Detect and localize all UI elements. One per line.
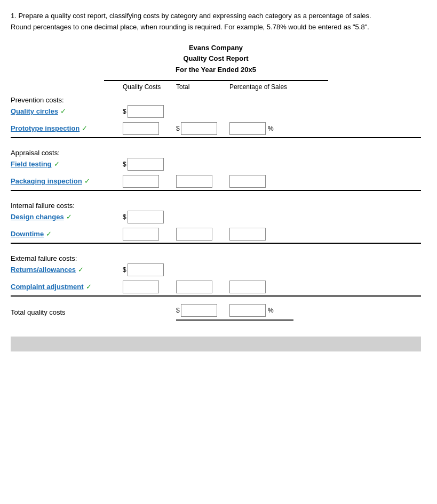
field-testing-label: Field testing ✓ xyxy=(11,160,123,168)
row-returns-allowances: Returns/allowances ✓ $ xyxy=(11,263,421,276)
complaint-adjustment-check: ✓ xyxy=(86,283,92,291)
bottom-bar xyxy=(11,337,421,351)
design-changes-input-cell: $ xyxy=(123,211,176,223)
instruction-line1: 1. Prepare a quality cost report, classi… xyxy=(11,11,421,22)
field-testing-input-cell: $ xyxy=(123,158,176,171)
instructions: 1. Prepare a quality cost report, classi… xyxy=(11,11,421,33)
design-changes-check: ✓ xyxy=(66,213,72,221)
prototype-inspection-link[interactable]: Prototype inspection xyxy=(11,124,80,132)
complaint-adjustment-label: Complaint adjustment ✓ xyxy=(11,283,123,291)
packaging-total-input[interactable] xyxy=(176,175,212,188)
total-row: Total quality costs $ % xyxy=(11,304,421,321)
downtime-pct-cell xyxy=(229,228,293,241)
prototype-total-cell: $ xyxy=(176,122,229,135)
prototype-inspection-label: Prototype inspection ✓ xyxy=(11,124,123,132)
prototype-pct-input[interactable] xyxy=(229,122,266,135)
total-pct-symbol: % xyxy=(268,307,274,314)
packaging-inspection-input[interactable] xyxy=(123,175,159,188)
prototype-total-input[interactable] xyxy=(181,122,217,135)
prototype-inspection-input[interactable] xyxy=(123,122,159,135)
downtime-check: ✓ xyxy=(46,230,52,238)
downtime-input-cell xyxy=(123,228,176,241)
prototype-pct-cell: % xyxy=(229,122,293,135)
downtime-input[interactable] xyxy=(123,228,159,241)
downtime-total-input[interactable] xyxy=(176,228,212,241)
row-design-changes: Design changes ✓ $ xyxy=(11,211,421,223)
total-pct-input[interactable] xyxy=(229,304,266,317)
packaging-inspection-input-cell xyxy=(123,175,176,188)
packaging-inspection-check: ✓ xyxy=(84,177,90,185)
field-testing-dollar: $ xyxy=(123,161,126,168)
row-field-testing: Field testing ✓ $ xyxy=(11,158,421,171)
downtime-link[interactable]: Downtime xyxy=(11,230,44,238)
downtime-label: Downtime ✓ xyxy=(11,230,123,238)
complaint-adjustment-link[interactable]: Complaint adjustment xyxy=(11,283,84,291)
section-internal: Internal failure costs: xyxy=(11,202,421,210)
row-packaging-inspection: Packaging inspection ✓ xyxy=(11,175,421,191)
report-title: Quality Cost Report xyxy=(11,53,421,65)
quality-circles-link[interactable]: Quality circles xyxy=(11,107,58,115)
col-pct: Percentage of Sales xyxy=(229,83,304,91)
packaging-total-cell xyxy=(176,175,229,188)
company-name: Evans Company xyxy=(11,43,421,54)
field-testing-input[interactable] xyxy=(128,158,164,171)
complaint-pct-input[interactable] xyxy=(229,281,266,293)
field-testing-link[interactable]: Field testing xyxy=(11,160,52,168)
total-dollar: $ xyxy=(176,307,180,314)
complaint-adjustment-input[interactable] xyxy=(123,281,159,293)
complaint-pct-cell xyxy=(229,281,293,293)
returns-allowances-input-cell: $ xyxy=(123,263,176,276)
total-row-label: Total quality costs xyxy=(11,308,123,316)
total-total-input[interactable] xyxy=(181,304,217,317)
section-prevention: Prevention costs: xyxy=(11,96,421,104)
packaging-inspection-link[interactable]: Packaging inspection xyxy=(11,177,82,185)
row-complaint-adjustment: Complaint adjustment ✓ xyxy=(11,281,421,297)
report-period: For the Year Ended 20x5 xyxy=(11,65,421,76)
report-header: Evans Company Quality Cost Report For th… xyxy=(11,43,421,76)
prototype-inspection-input-cell xyxy=(123,122,176,135)
returns-allowances-check: ✓ xyxy=(78,266,84,274)
design-changes-link[interactable]: Design changes xyxy=(11,213,64,221)
row-downtime: Downtime ✓ xyxy=(11,228,421,244)
total-total-cell: $ xyxy=(176,304,229,321)
prototype-inspection-check: ✓ xyxy=(82,124,88,132)
returns-allowances-dollar: $ xyxy=(123,266,126,274)
packaging-pct-cell xyxy=(229,175,293,188)
row-prototype-inspection: Prototype inspection ✓ $ % xyxy=(11,122,421,138)
complaint-adjustment-input-cell xyxy=(123,281,176,293)
downtime-total-cell xyxy=(176,228,229,241)
quality-circles-input-cell: $ xyxy=(123,105,176,118)
downtime-pct-input[interactable] xyxy=(229,228,266,241)
field-testing-check: ✓ xyxy=(54,160,60,168)
col-total: Total xyxy=(176,83,229,91)
total-pct-cell: % xyxy=(229,304,293,321)
returns-allowances-label: Returns/allowances ✓ xyxy=(11,266,123,274)
column-headers: Quality Costs Total Percentage of Sales xyxy=(123,83,421,91)
quality-circles-label: Quality circles ✓ xyxy=(11,107,123,115)
header-divider xyxy=(104,80,328,81)
design-changes-label: Design changes ✓ xyxy=(11,213,123,221)
returns-allowances-input[interactable] xyxy=(128,263,164,276)
quality-circles-dollar: $ xyxy=(123,108,126,115)
row-quality-circles: Quality circles ✓ $ xyxy=(11,105,421,118)
prototype-total-dollar: $ xyxy=(176,125,180,132)
quality-circles-check: ✓ xyxy=(60,107,66,115)
complaint-total-cell xyxy=(176,281,229,293)
complaint-total-input[interactable] xyxy=(176,281,212,293)
design-changes-dollar: $ xyxy=(123,213,126,221)
design-changes-input[interactable] xyxy=(128,211,164,223)
section-external: External failure costs: xyxy=(11,254,421,262)
quality-circles-input[interactable] xyxy=(128,105,164,118)
packaging-inspection-label: Packaging inspection ✓ xyxy=(11,177,123,185)
section-appraisal: Appraisal costs: xyxy=(11,149,421,157)
returns-allowances-link[interactable]: Returns/allowances xyxy=(11,266,76,274)
col-quality-costs: Quality Costs xyxy=(123,83,176,91)
instruction-line2: Round percentages to one decimal place, … xyxy=(11,22,421,33)
prototype-pct-symbol: % xyxy=(268,125,274,132)
packaging-pct-input[interactable] xyxy=(229,175,266,188)
